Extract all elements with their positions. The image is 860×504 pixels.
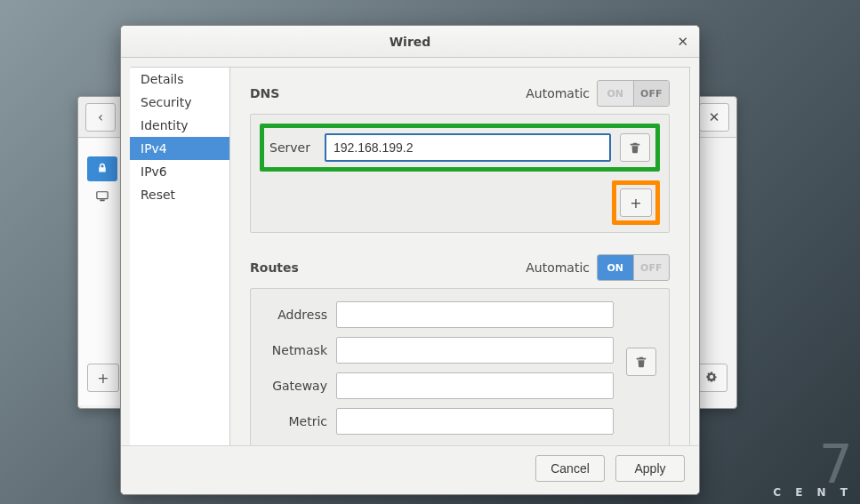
- route-address-label: Address: [263, 308, 327, 322]
- dns-automatic-label: Automatic: [526, 86, 590, 100]
- route-gateway-row: Gateway: [263, 372, 614, 399]
- sidebar-item-reset[interactable]: Reset: [130, 183, 229, 206]
- sidebar-item-ipv4[interactable]: IPv4: [130, 137, 229, 160]
- switch-on-label: ON: [598, 255, 633, 280]
- brand-version: 7: [773, 442, 853, 486]
- svg-rect-0: [97, 191, 108, 198]
- dns-delete-button[interactable]: [620, 133, 650, 162]
- dns-automatic-switch[interactable]: ON OFF: [597, 80, 670, 107]
- dns-section-title: DNS: [250, 86, 279, 100]
- svg-rect-1: [100, 199, 104, 201]
- dns-group: Server +: [250, 114, 670, 233]
- route-address-input[interactable]: [336, 301, 614, 328]
- close-icon: ✕: [677, 34, 688, 50]
- dns-server-row: Server: [269, 133, 650, 162]
- dialog-close-button[interactable]: ✕: [677, 34, 688, 50]
- switch-off-label: OFF: [633, 81, 670, 106]
- routes-section-head: Routes Automatic ON OFF: [250, 254, 670, 281]
- wired-settings-dialog: Wired ✕ Details Security Identity IPv4 I…: [120, 25, 700, 495]
- sidebar-item-details[interactable]: Details: [130, 68, 229, 91]
- cancel-button[interactable]: Cancel: [535, 455, 605, 482]
- route-netmask-label: Netmask: [263, 343, 327, 357]
- bg-nav-proxy[interactable]: [87, 188, 117, 206]
- gear-icon: [705, 370, 718, 387]
- dns-section-head: DNS Automatic ON OFF: [250, 80, 670, 107]
- routes-auto-row: Automatic ON OFF: [526, 254, 670, 281]
- route-netmask-row: Netmask: [263, 337, 614, 364]
- dialog-titlebar: Wired ✕: [121, 26, 699, 58]
- bg-back-button[interactable]: ‹: [85, 103, 116, 132]
- dns-server-input[interactable]: [325, 133, 611, 162]
- bg-settings-button[interactable]: [695, 364, 727, 392]
- bg-add-button[interactable]: +: [87, 364, 119, 392]
- trash-icon: [635, 356, 647, 368]
- switch-off-label: OFF: [633, 255, 670, 280]
- monitor-icon: [96, 190, 109, 205]
- dns-add-button[interactable]: +: [620, 188, 652, 217]
- switch-on-label: ON: [598, 81, 633, 106]
- ipv4-content: DNS Automatic ON OFF Server: [230, 67, 690, 445]
- dns-auto-row: Automatic ON OFF: [526, 80, 670, 107]
- dns-server-label: Server: [269, 140, 316, 155]
- route-netmask-input[interactable]: [336, 337, 614, 364]
- trash-icon: [629, 141, 641, 154]
- close-icon: ✕: [709, 109, 720, 125]
- sidebar-item-security[interactable]: Security: [130, 91, 229, 114]
- background-brand: 7 C E N T: [773, 442, 853, 499]
- chevron-left-icon: ‹: [98, 109, 103, 125]
- lock-icon: [97, 163, 108, 176]
- sidebar-item-identity[interactable]: Identity: [130, 114, 229, 137]
- routes-automatic-switch[interactable]: ON OFF: [597, 254, 670, 281]
- bg-nav-wired[interactable]: [87, 156, 117, 181]
- routes-section-title: Routes: [250, 260, 299, 275]
- dns-add-highlight: +: [612, 180, 660, 225]
- dialog-title: Wired: [390, 35, 431, 49]
- route-delete-button[interactable]: [626, 348, 656, 376]
- dialog-footer: Cancel Apply: [121, 445, 699, 494]
- route-gateway-input[interactable]: [336, 372, 614, 399]
- route-metric-input[interactable]: [336, 408, 614, 435]
- apply-button[interactable]: Apply: [615, 455, 685, 482]
- routes-fields: Address Netmask Gateway Metric: [263, 301, 656, 435]
- routes-group: Address Netmask Gateway Metric: [250, 288, 670, 445]
- bg-close-button[interactable]: ✕: [699, 103, 729, 132]
- sidebar-item-ipv6[interactable]: IPv6: [130, 160, 229, 183]
- settings-sidebar: Details Security Identity IPv4 IPv6 Rese…: [130, 67, 230, 445]
- route-metric-label: Metric: [263, 414, 327, 428]
- dns-server-highlight: Server: [260, 124, 660, 172]
- route-address-row: Address: [263, 301, 614, 328]
- route-gateway-label: Gateway: [263, 379, 327, 393]
- routes-automatic-label: Automatic: [526, 260, 590, 275]
- route-metric-row: Metric: [263, 408, 614, 435]
- plus-icon: +: [630, 195, 641, 212]
